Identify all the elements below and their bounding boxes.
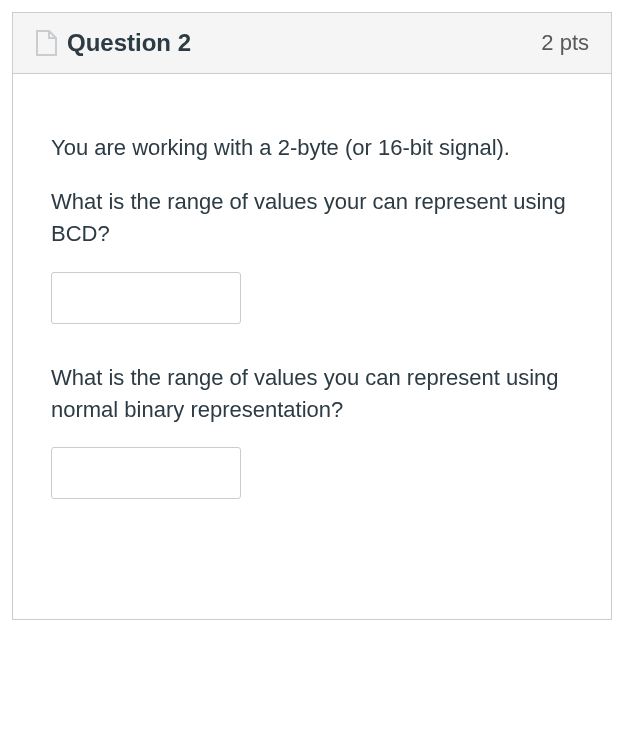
question-prompt-b: What is the range of values you can repr… [51, 362, 573, 426]
question-card: Question 2 2 pts You are working with a … [12, 12, 612, 620]
answer-input-a[interactable] [51, 272, 241, 324]
question-intro: You are working with a 2-byte (or 16-bit… [51, 132, 573, 164]
page-outline-icon [35, 30, 57, 56]
question-points: 2 pts [541, 30, 589, 56]
question-prompt-a: What is the range of values your can rep… [51, 186, 573, 250]
answer-input-b[interactable] [51, 447, 241, 499]
question-body: You are working with a 2-byte (or 16-bit… [13, 74, 611, 619]
header-left: Question 2 [35, 29, 191, 57]
question-title: Question 2 [67, 29, 191, 57]
question-header: Question 2 2 pts [13, 13, 611, 74]
